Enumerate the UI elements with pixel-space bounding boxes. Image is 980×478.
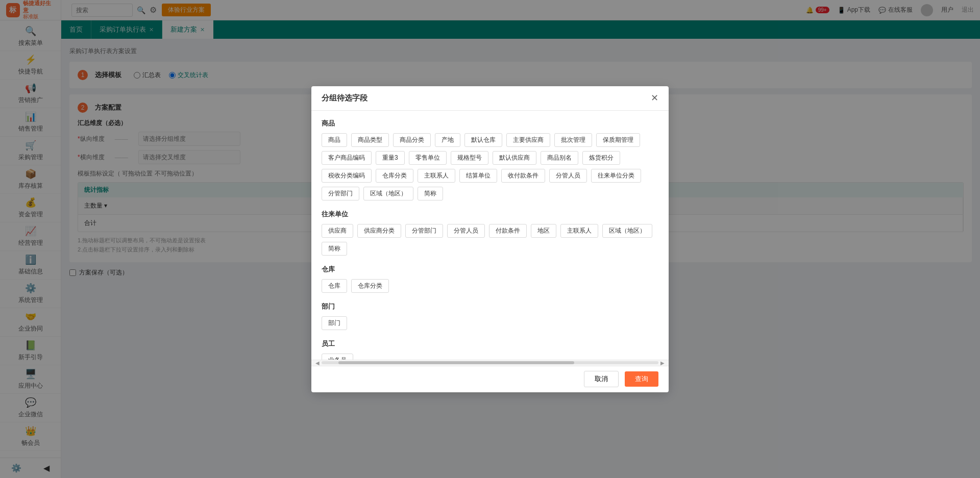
- scroll-right-arrow[interactable]: ▶: [658, 360, 667, 366]
- field-section-title-0: 商品: [322, 119, 658, 128]
- field-tag-0-9[interactable]: 重量3: [376, 151, 405, 165]
- field-tags-1: 供应商供应商分类分管部门分管人员付款条件地区主联系人区域（地区）简称: [322, 224, 658, 256]
- horizontal-scrollbar: ◀ ▶: [311, 360, 669, 366]
- scroll-left-arrow[interactable]: ◀: [313, 360, 322, 366]
- modal-overlay: 分组待选字段 ✕ 商品商品商品类型商品分类产地默认仓库主要供应商批次管理保质期管…: [0, 0, 980, 478]
- h-scrollbar-track: [322, 361, 658, 364]
- field-tag-1-4[interactable]: 付款条件: [489, 224, 527, 238]
- field-tag-2-1[interactable]: 仓库分类: [351, 279, 389, 293]
- field-tag-1-8[interactable]: 简称: [322, 242, 347, 256]
- field-tag-0-11[interactable]: 规格型号: [451, 151, 488, 165]
- modal-header: 分组待选字段 ✕: [311, 86, 669, 111]
- field-tag-0-17[interactable]: 主联系人: [418, 169, 455, 183]
- field-section-2: 仓库仓库仓库分类: [322, 265, 658, 293]
- field-section-0: 商品商品商品类型商品分类产地默认仓库主要供应商批次管理保质期管理客户商品编码重量…: [322, 119, 658, 200]
- field-tags-0: 商品商品类型商品分类产地默认仓库主要供应商批次管理保质期管理客户商品编码重量3零…: [322, 133, 658, 200]
- field-tag-1-1[interactable]: 供应商分类: [357, 224, 401, 238]
- modal-body[interactable]: 商品商品商品类型商品分类产地默认仓库主要供应商批次管理保质期管理客户商品编码重量…: [311, 111, 669, 360]
- field-section-title-1: 往来单位: [322, 210, 658, 219]
- confirm-button[interactable]: 查询: [625, 371, 658, 387]
- field-section-1: 往来单位供应商供应商分类分管部门分管人员付款条件地区主联系人区域（地区）简称: [322, 210, 658, 256]
- field-tag-0-16[interactable]: 仓库分类: [376, 169, 413, 183]
- modal-close-button[interactable]: ✕: [651, 92, 658, 104]
- field-tag-0-5[interactable]: 主要供应商: [506, 133, 550, 147]
- field-tag-0-18[interactable]: 结算单位: [459, 169, 497, 183]
- modal-title: 分组待选字段: [322, 93, 368, 103]
- field-tag-0-0[interactable]: 商品: [322, 133, 347, 147]
- field-tag-0-8[interactable]: 客户商品编码: [322, 151, 372, 165]
- field-tag-1-7[interactable]: 区域（地区）: [602, 224, 652, 238]
- h-scrollbar-thumb: [338, 361, 574, 364]
- field-tag-0-13[interactable]: 商品别名: [541, 151, 578, 165]
- field-tag-1-6[interactable]: 主联系人: [560, 224, 598, 238]
- field-tag-0-2[interactable]: 商品分类: [393, 133, 431, 147]
- field-tag-0-12[interactable]: 默认供应商: [493, 151, 536, 165]
- field-tag-1-3[interactable]: 分管人员: [447, 224, 485, 238]
- field-section-title-2: 仓库: [322, 265, 658, 274]
- field-tag-0-23[interactable]: 区域（地区）: [363, 187, 413, 200]
- field-tag-1-5[interactable]: 地区: [531, 224, 556, 238]
- field-section-3: 部门部门: [322, 302, 658, 330]
- cancel-button[interactable]: 取消: [584, 371, 619, 387]
- field-tag-0-1[interactable]: 商品类型: [351, 133, 389, 147]
- modal-dialog: 分组待选字段 ✕ 商品商品商品类型商品分类产地默认仓库主要供应商批次管理保质期管…: [311, 86, 669, 392]
- field-tag-0-3[interactable]: 产地: [435, 133, 460, 147]
- field-section-title-3: 部门: [322, 302, 658, 311]
- field-tag-0-6[interactable]: 批次管理: [554, 133, 592, 147]
- field-tag-0-21[interactable]: 往来单位分类: [591, 169, 641, 183]
- field-tags-2: 仓库仓库分类: [322, 279, 658, 293]
- field-tag-0-22[interactable]: 分管部门: [322, 187, 359, 200]
- field-tag-2-0[interactable]: 仓库: [322, 279, 347, 293]
- field-tag-0-14[interactable]: 炼货积分: [582, 151, 620, 165]
- field-tag-0-19[interactable]: 收付款条件: [501, 169, 545, 183]
- field-tags-4: 业务员: [322, 354, 658, 360]
- field-section-title-4: 员工: [322, 339, 658, 348]
- field-tag-3-0[interactable]: 部门: [322, 316, 347, 330]
- modal-footer: 取消 查询: [311, 366, 669, 392]
- field-tag-0-4[interactable]: 默认仓库: [464, 133, 502, 147]
- field-tag-0-24[interactable]: 简称: [418, 187, 443, 200]
- field-section-4: 员工业务员: [322, 339, 658, 360]
- field-tag-0-15[interactable]: 税收分类编码: [322, 169, 372, 183]
- field-tag-0-7[interactable]: 保质期管理: [596, 133, 640, 147]
- field-tags-3: 部门: [322, 316, 658, 330]
- field-tag-1-2[interactable]: 分管部门: [405, 224, 443, 238]
- field-tag-4-0[interactable]: 业务员: [322, 354, 353, 360]
- field-tag-0-10[interactable]: 零售单位: [409, 151, 447, 165]
- field-tag-1-0[interactable]: 供应商: [322, 224, 353, 238]
- field-tag-0-20[interactable]: 分管人员: [549, 169, 587, 183]
